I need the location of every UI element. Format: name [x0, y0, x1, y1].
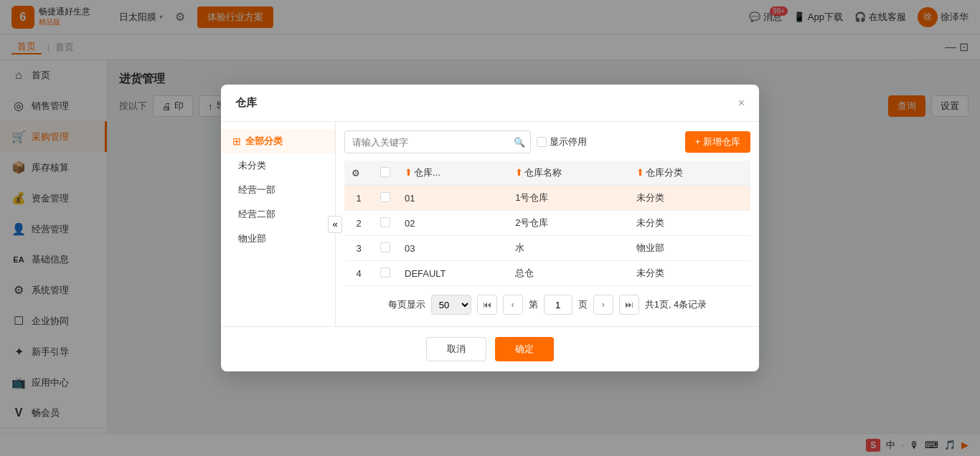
- row-category: 未分类: [629, 186, 750, 211]
- row-code: DEFAULT: [397, 261, 508, 286]
- show-disabled-checkbox[interactable]: [537, 137, 547, 147]
- row-name: 总仓: [508, 261, 629, 286]
- table-container: ⚙ ⬆仓库... ⬆仓库名称: [344, 161, 750, 286]
- next-page-button[interactable]: ›: [593, 295, 613, 315]
- table-row[interactable]: 1 01 1号仓库 未分类: [344, 186, 750, 211]
- search-bar: 🔍 显示停用 + 新增仓库: [344, 130, 750, 153]
- row-checkbox[interactable]: [380, 192, 390, 202]
- row-no: 2: [344, 211, 373, 236]
- confirm-button[interactable]: 确定: [495, 337, 554, 361]
- th-category: ⬆仓库分类: [629, 161, 750, 186]
- row-name: 水: [508, 236, 629, 261]
- show-disabled-label[interactable]: 显示停用: [537, 136, 587, 148]
- th-checkbox: [373, 161, 397, 186]
- search-input[interactable]: [344, 130, 531, 153]
- category-item-property[interactable]: 物业部: [221, 227, 335, 251]
- grid-icon: ⊞: [232, 136, 241, 147]
- row-category: 物业部: [629, 236, 750, 261]
- last-page-button[interactable]: ⏭: [619, 295, 639, 315]
- dialog-footer: 取消 确定: [221, 326, 759, 371]
- row-code: 03: [397, 236, 508, 261]
- all-category-item[interactable]: ⊞ 全部分类: [221, 129, 335, 153]
- all-category-label: 全部分类: [245, 135, 283, 148]
- dialog-overlay: 仓库 × ⊞ 全部分类 未分类 经营一部 经营二部 物业部 «: [0, 0, 980, 456]
- row-category: 未分类: [629, 211, 750, 236]
- sort-name-icon: ⬆: [515, 167, 523, 178]
- prev-page-button[interactable]: ‹: [503, 295, 523, 315]
- th-name: ⬆仓库名称: [508, 161, 629, 186]
- pagination: 每页显示 50 10 20 100 ⏮ ‹ 第 页: [344, 286, 750, 318]
- row-checkbox[interactable]: [380, 242, 390, 252]
- row-category: 未分类: [629, 261, 750, 286]
- page-number-input[interactable]: [544, 295, 573, 315]
- row-checkbox[interactable]: [380, 217, 390, 227]
- row-checkbox[interactable]: [380, 267, 390, 277]
- dialog-body: ⊞ 全部分类 未分类 经营一部 经营二部 物业部 «: [221, 122, 759, 326]
- prev-page-icon: ‹: [512, 300, 514, 310]
- row-code: 01: [397, 186, 508, 211]
- first-page-button[interactable]: ⏮: [477, 295, 497, 315]
- per-page-select[interactable]: 50 10 20 100: [431, 295, 471, 315]
- table-row[interactable]: 2 02 2号仓库 未分类: [344, 211, 750, 236]
- th-code: ⬆仓库...: [397, 161, 508, 186]
- cancel-button[interactable]: 取消: [426, 337, 486, 361]
- sort-code-icon: ⬆: [405, 167, 413, 178]
- warehouse-dialog: 仓库 × ⊞ 全部分类 未分类 经营一部 经营二部 物业部 «: [221, 85, 759, 371]
- row-name: 2号仓库: [508, 211, 629, 236]
- collapse-panel-button[interactable]: «: [328, 216, 342, 233]
- category-item-ops1[interactable]: 经营一部: [221, 178, 335, 202]
- search-icon[interactable]: 🔍: [514, 137, 525, 148]
- row-no: 3: [344, 236, 373, 261]
- table-row[interactable]: 3 03 水 物业部: [344, 236, 750, 261]
- per-page-label: 每页显示: [388, 298, 425, 311]
- category-panel: ⊞ 全部分类 未分类 经营一部 经营二部 物业部 «: [221, 122, 336, 326]
- page-label: 第: [529, 298, 538, 311]
- page-suffix: 页: [578, 298, 588, 311]
- category-item-unclassified[interactable]: 未分类: [221, 153, 335, 178]
- row-name: 1号仓库: [508, 186, 629, 211]
- search-input-wrap: 🔍: [344, 130, 531, 153]
- row-no: 4: [344, 261, 373, 286]
- right-panel: 🔍 显示停用 + 新增仓库 ⚙: [336, 122, 759, 326]
- last-page-icon: ⏭: [625, 300, 633, 310]
- table-row[interactable]: 4 DEFAULT 总仓 未分类: [344, 261, 750, 286]
- table-head: ⚙ ⬆仓库... ⬆仓库名称: [344, 161, 750, 186]
- dialog-close-button[interactable]: ×: [738, 97, 745, 110]
- dialog-header: 仓库 ×: [221, 85, 759, 122]
- row-no: 1: [344, 186, 373, 211]
- warehouse-table: ⚙ ⬆仓库... ⬆仓库名称: [344, 161, 750, 286]
- sort-category-icon: ⬆: [636, 167, 644, 178]
- category-panel-inner: ⊞ 全部分类 未分类 经营一部 经营二部 物业部: [221, 129, 335, 251]
- select-all-checkbox[interactable]: [380, 167, 390, 177]
- total-label: 共1页, 4条记录: [645, 298, 707, 311]
- first-page-icon: ⏮: [483, 300, 491, 310]
- next-page-icon: ›: [602, 300, 605, 310]
- th-settings: ⚙: [344, 161, 373, 186]
- collapse-icon: «: [332, 219, 337, 229]
- row-code: 02: [397, 211, 508, 236]
- add-warehouse-button[interactable]: + 新增仓库: [685, 131, 750, 153]
- dialog-title: 仓库: [235, 96, 257, 110]
- table-body: 1 01 1号仓库 未分类 2: [344, 186, 750, 286]
- category-item-ops2[interactable]: 经营二部: [221, 202, 335, 227]
